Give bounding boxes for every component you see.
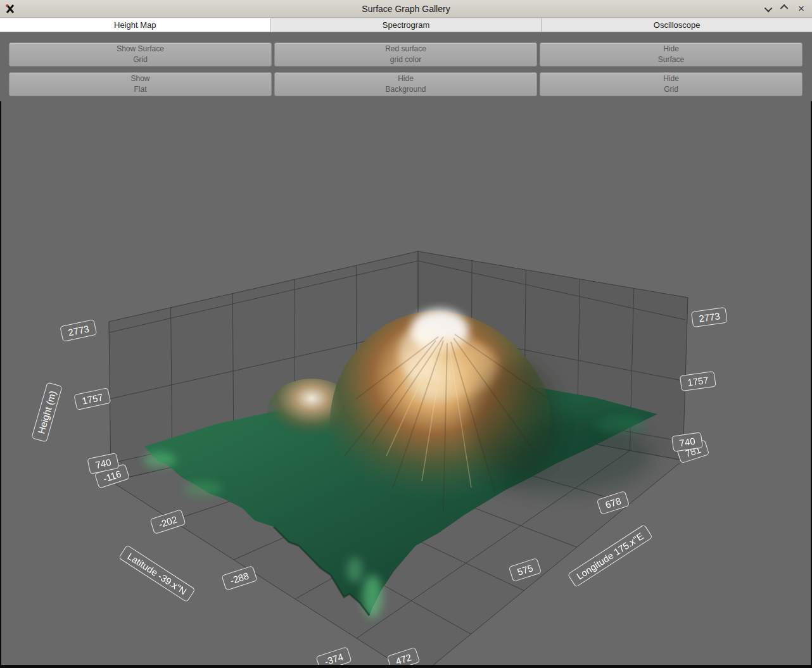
tab-oscilloscope[interactable]: Oscilloscope [542, 18, 812, 32]
button-label: Show Surface [117, 44, 164, 54]
button-label: grid color [390, 54, 421, 65]
button-label: Show [130, 73, 149, 84]
tab-bar: Height Map Spectrogram Oscilloscope [0, 18, 812, 32]
red-surface-grid-color-button[interactable]: Red surface grid color [274, 42, 537, 66]
button-label: Hide [398, 73, 414, 84]
window-title: Surface Graph Gallery [0, 4, 812, 14]
hide-grid-button[interactable]: Hide Grid [540, 72, 802, 96]
button-label: Grid [664, 84, 678, 95]
maximize-button[interactable] [782, 3, 788, 15]
button-label: Grid [133, 54, 148, 65]
titlebar[interactable]: Surface Graph Gallery × [0, 0, 812, 18]
app-window: Surface Graph Gallery × Height Map Spect… [0, 0, 812, 668]
hide-background-button[interactable]: Hide Background [274, 72, 537, 96]
app-icon[interactable] [5, 4, 15, 14]
button-label: Background [385, 84, 426, 95]
button-label: Surface [658, 54, 684, 65]
hide-surface-button[interactable]: Hide Surface [540, 42, 802, 66]
show-surface-grid-button[interactable]: Show Surface Grid [9, 42, 272, 66]
surface-chart-viewport[interactable]: Height (m) 2773 1757 -116 740 2773 1757 … [0, 101, 812, 668]
window-edge [0, 665, 812, 668]
show-flat-button[interactable]: Show Flat [9, 72, 272, 96]
close-button[interactable]: × [798, 3, 804, 14]
button-label: Hide [663, 44, 679, 54]
shade-button[interactable] [766, 3, 772, 15]
toolbar: Show Surface Grid Red surface grid color… [0, 32, 812, 101]
chevron-up-icon [780, 4, 789, 12]
tab-spectrogram[interactable]: Spectrogram [271, 18, 542, 32]
tab-height-map[interactable]: Height Map [0, 18, 271, 32]
button-label: Hide [663, 73, 679, 84]
button-label: Flat [134, 84, 146, 95]
button-label: Red surface [385, 44, 426, 54]
window-edge [0, 101, 1, 668]
